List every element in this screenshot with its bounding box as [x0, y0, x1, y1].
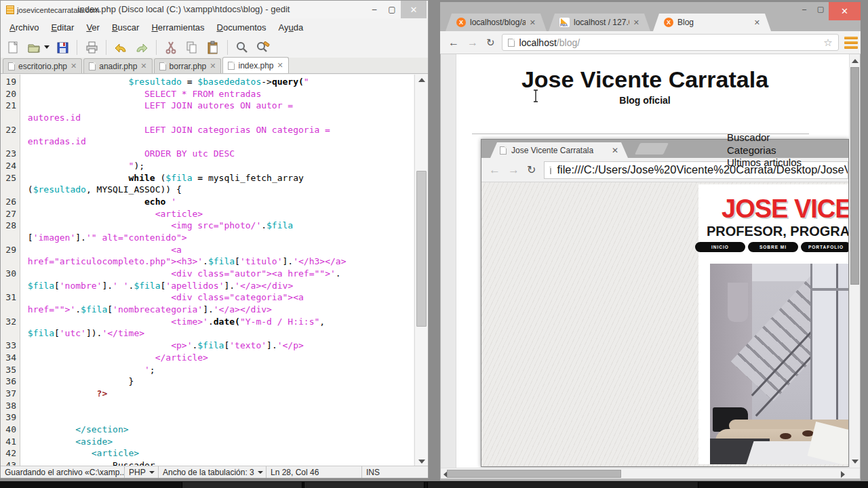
menu-item-archivo[interactable]: Archivo	[3, 20, 45, 35]
gedit-vertical-scrollbar[interactable]	[414, 75, 428, 467]
code-line[interactable]: 24 ");	[1, 161, 414, 173]
code-line[interactable]: 22 LEFT JOIN categorias ON categoria =	[1, 125, 414, 137]
menu-item-documentos[interactable]: Documentos	[211, 20, 273, 35]
menu-item-ayuda[interactable]: Ayuda	[273, 20, 310, 35]
tab-close-icon[interactable]: ✕	[612, 146, 618, 155]
code-line[interactable]: 30 <div class="autor"><a href="">'.	[1, 268, 414, 281]
browser-tab-1[interactable]: Xlocalhost/blog/adm✕	[446, 14, 547, 31]
gedit-minimize-button[interactable]: –	[366, 2, 383, 17]
code-line[interactable]: 32 <time>'.date("Y-m-d / H:i:s",	[1, 317, 414, 329]
code-line[interactable]: 40 </section>	[1, 424, 414, 436]
print-icon[interactable]	[83, 39, 100, 56]
tab-close-icon[interactable]: ✕	[754, 18, 760, 27]
redo-icon[interactable]	[134, 39, 150, 56]
status-language-dropdown[interactable]: PHP	[125, 466, 159, 478]
forward-icon[interactable]: →	[467, 37, 478, 49]
code-line[interactable]: $fila['utc']).'</time>	[1, 328, 414, 340]
taskbar-button[interactable]	[182, 482, 302, 488]
code-editor[interactable]: 19 $resultado = $basededatos->query("20 …	[1, 75, 414, 467]
tab-close-icon[interactable]: ✕	[210, 62, 216, 70]
scroll-down-icon[interactable]	[418, 460, 425, 464]
code-line[interactable]: href="articulocompleto.php"><h3>'.$fila[…	[1, 256, 414, 268]
code-line[interactable]: 31 <div class="categoria"><a	[1, 292, 414, 304]
code-line[interactable]: 39	[1, 412, 414, 424]
code-line[interactable]: 28 <img src="photo/'.$fila	[1, 220, 414, 232]
back-icon[interactable]: ←	[448, 37, 459, 49]
save-icon[interactable]	[54, 39, 71, 56]
nav-pill-inicio[interactable]: INICIO	[695, 242, 745, 252]
nav-pill-sobre-mi[interactable]: SOBRE MI	[748, 242, 798, 252]
code-line[interactable]: 41 <aside>	[1, 436, 414, 449]
find-icon[interactable]	[234, 39, 250, 56]
code-line[interactable]: 20 SELECT * FROM entradas	[1, 89, 414, 101]
tab-close-icon[interactable]: ✕	[71, 62, 77, 70]
inner-omnibox[interactable]: file:///C:/Users/Jose%20Vicente%20Carrat…	[544, 161, 848, 179]
code-line[interactable]: 35 ';	[1, 365, 414, 377]
open-dropdown-icon[interactable]	[44, 45, 50, 49]
code-line[interactable]: 27 <article>	[1, 209, 414, 221]
open-folder-icon[interactable]	[26, 39, 42, 56]
gedit-close-button[interactable]: ✕	[401, 1, 427, 18]
gedit-titlebar[interactable]: josevicentecarratala.com index.php (Disc…	[1, 1, 428, 18]
scroll-right-icon[interactable]	[841, 471, 845, 478]
code-line[interactable]: href="">'.$fila['nombrecategoria'].'</a>…	[1, 304, 414, 317]
code-line[interactable]: 37 ?>	[1, 388, 414, 401]
code-line[interactable]: 29 <a	[1, 245, 414, 257]
cut-icon[interactable]	[163, 39, 179, 56]
status-tab-width-dropdown[interactable]: Ancho de la tabulación: 3	[159, 466, 267, 478]
tab-close-icon[interactable]: ✕	[140, 62, 146, 70]
code-line[interactable]: 38	[1, 401, 414, 413]
reload-icon[interactable]: ↻	[527, 163, 536, 176]
code-line[interactable]: $fila['nombre'].' '.$fila['apellidos'].'…	[1, 281, 414, 293]
undo-icon[interactable]	[113, 39, 129, 56]
inner-browser-tab[interactable]: Jose Vicente Carratala ✕	[490, 142, 628, 158]
gedit-maximize-button[interactable]: ▢	[383, 2, 401, 17]
back-icon[interactable]: ←	[489, 163, 500, 177]
new-tab-button[interactable]	[635, 143, 669, 155]
browser-tab-3[interactable]: XBlog✕	[653, 14, 771, 31]
nav-pill-portafolio[interactable]: PORTAFOLIO	[801, 242, 849, 252]
windows-taskbar[interactable]	[0, 481, 868, 488]
code-line[interactable]: 25 while ($fila = mysqli_fetch_array	[1, 173, 414, 185]
code-line[interactable]: entradas.id	[1, 136, 414, 148]
scroll-up-icon[interactable]	[418, 78, 425, 82]
tab-close-icon[interactable]: ✕	[277, 61, 283, 70]
sidebar-item[interactable]: Buscador	[727, 131, 802, 144]
code-line[interactable]: ($resultado, MYSQLI_ASSOC)) {	[1, 184, 414, 197]
browser-tab-2[interactable]: PMAlocalhost / 127.0.0.1✕	[549, 14, 650, 31]
bookmark-star-icon[interactable]: ☆	[823, 37, 832, 49]
sidebar-item[interactable]: Ultimos articulos	[727, 157, 802, 169]
editor-tab-escritorio.php[interactable]: escritorio.php✕	[3, 58, 82, 73]
menu-item-ver[interactable]: Ver	[80, 20, 106, 35]
inner-url-text[interactable]: file:///C:/Users/Jose%20Vicente%20Carrat…	[557, 163, 848, 176]
taskbar-button[interactable]	[427, 482, 698, 488]
chrome-maximize-button[interactable]: ▢	[812, 2, 829, 16]
omnibox[interactable]: localhost/blog/ ☆	[502, 34, 839, 51]
new-document-icon[interactable]	[5, 39, 21, 56]
code-line[interactable]: 26 echo '	[1, 197, 414, 209]
tab-close-icon[interactable]: ✕	[633, 18, 639, 27]
copy-icon[interactable]	[184, 39, 200, 56]
code-line[interactable]: 19 $resultado = $basededatos->query("	[1, 77, 414, 89]
chrome-menu-icon[interactable]	[844, 37, 858, 49]
page-vertical-scrollbar[interactable]	[849, 54, 860, 468]
gedit-scrollbar-thumb[interactable]	[416, 171, 427, 327]
code-line[interactable]: ['imagen'].'" alt="contenido">	[1, 232, 414, 245]
scrollbar-thumb[interactable]	[447, 470, 621, 478]
url-text[interactable]: localhost/blog/	[519, 37, 819, 48]
editor-tab-index.php[interactable]: index.php✕	[222, 57, 288, 73]
page-horizontal-scrollbar[interactable]	[441, 468, 860, 479]
chrome-close-button[interactable]: ✕	[829, 2, 861, 20]
code-line[interactable]: autores.id	[1, 113, 414, 125]
menu-item-buscar[interactable]: Buscar	[106, 20, 145, 35]
code-line[interactable]: 33 <p>'.$fila['texto'].'</p>	[1, 340, 414, 352]
paste-icon[interactable]	[205, 39, 221, 56]
scroll-down-icon[interactable]	[852, 460, 859, 464]
code-line[interactable]: 36 }	[1, 376, 414, 388]
reload-icon[interactable]: ↻	[486, 37, 495, 49]
taskbar-button[interactable]	[304, 482, 425, 488]
scrollbar-thumb[interactable]	[850, 67, 859, 285]
chrome-minimize-button[interactable]: –	[796, 2, 812, 16]
forward-icon[interactable]: →	[508, 163, 519, 177]
code-line[interactable]: 23 ORDER BY utc DESC	[1, 148, 414, 161]
